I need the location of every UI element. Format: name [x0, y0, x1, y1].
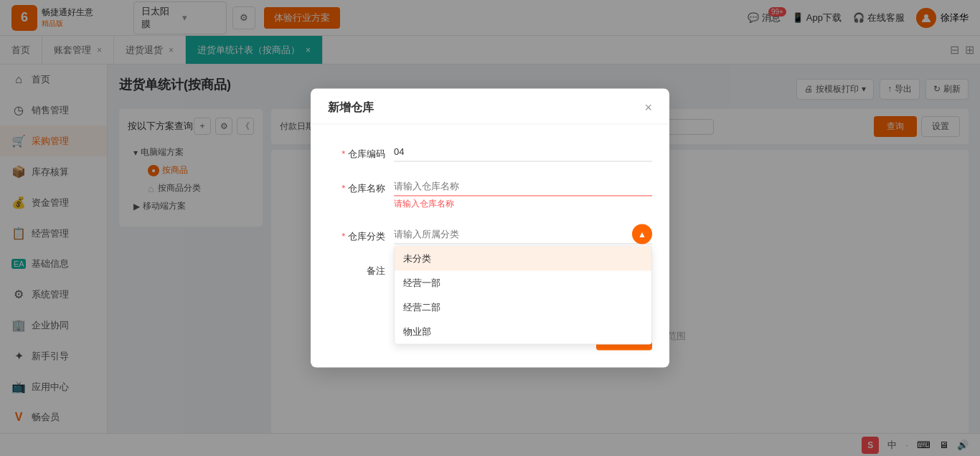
modal-body: 仓库编码 仓库名称 请输入仓库名称 仓库分类 ▲: [311, 125, 669, 302]
option-uncategorized[interactable]: 未分类: [395, 247, 651, 271]
remark-label: 备注: [328, 259, 385, 277]
option-ops1[interactable]: 经营一部: [395, 271, 651, 295]
form-row-code: 仓库编码: [328, 142, 652, 162]
category-label: 仓库分类: [328, 224, 385, 243]
name-input[interactable]: [394, 176, 652, 196]
modal-title: 新增仓库: [328, 100, 374, 115]
category-input[interactable]: [394, 224, 652, 244]
name-input-wrapper: 请输入仓库名称: [394, 176, 652, 210]
form-row-name: 仓库名称 请输入仓库名称: [328, 176, 652, 210]
modal-close-btn[interactable]: ×: [644, 100, 652, 115]
category-dropdown-arrow[interactable]: ▲: [632, 224, 652, 244]
category-dropdown-list: 未分类 经营一部 经营二部 物业部: [394, 246, 652, 345]
code-label: 仓库编码: [328, 142, 385, 161]
name-error-msg: 请输入仓库名称: [394, 198, 652, 210]
modal-header: 新增仓库 ×: [311, 89, 669, 125]
option-property[interactable]: 物业部: [395, 320, 651, 344]
name-label: 仓库名称: [328, 176, 385, 195]
option-ops2[interactable]: 经营二部: [395, 295, 651, 320]
form-row-category: 仓库分类 ▲ 未分类 经营一部 经营二部 物业部: [328, 224, 652, 244]
category-dropdown-wrapper: ▲ 未分类 经营一部 经营二部 物业部: [394, 224, 652, 244]
code-input-wrapper: [394, 142, 652, 162]
new-warehouse-modal: 新增仓库 × 仓库编码 仓库名称 请输入仓库名称 仓库分类: [311, 89, 669, 368]
code-input[interactable]: [394, 142, 652, 162]
